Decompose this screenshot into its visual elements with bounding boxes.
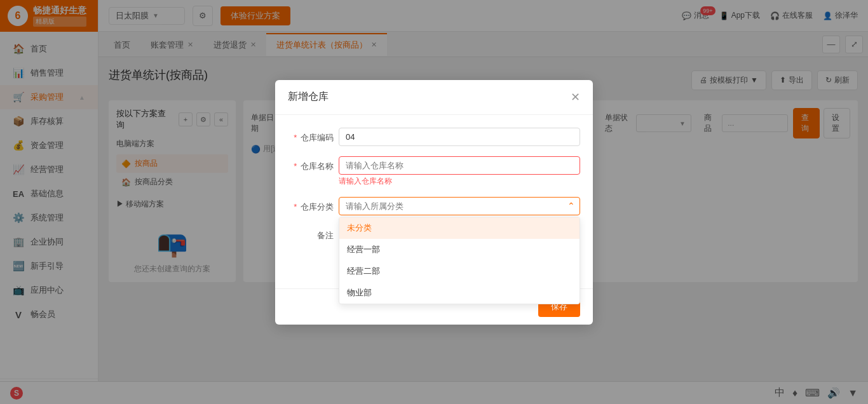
dropdown-item-dept3[interactable]: 物业部 xyxy=(339,282,580,304)
dropdown-item-dept2[interactable]: 经营二部 xyxy=(339,260,580,282)
name-input[interactable] xyxy=(339,156,580,175)
category-form-row: * 仓库分类 ⌃ 未分类 经营一部 经营二部 物业部 xyxy=(288,197,580,215)
category-input[interactable] xyxy=(339,197,580,215)
category-label: * 仓库分类 xyxy=(288,197,339,213)
dropdown-item-dept1[interactable]: 经营一部 xyxy=(339,239,580,260)
category-dropdown-list: 未分类 经营一部 经营二部 物业部 xyxy=(339,217,580,304)
modal-title: 新增仓库 xyxy=(288,90,329,104)
code-label: * 仓库编码 xyxy=(288,128,339,144)
name-label: * 仓库名称 xyxy=(288,156,339,172)
modal-body: * 仓库编码 * 仓库名称 请输入仓库名称 xyxy=(275,115,593,288)
new-warehouse-modal: 新增仓库 ✕ * 仓库编码 * 仓库名称 xyxy=(275,80,593,325)
code-form-row: * 仓库编码 xyxy=(288,128,580,146)
category-control: ⌃ 未分类 经营一部 经营二部 物业部 xyxy=(339,197,580,215)
modal-overlay: 新增仓库 ✕ * 仓库编码 * 仓库名称 xyxy=(0,0,868,404)
dropdown-item-unclassified[interactable]: 未分类 xyxy=(339,217,580,239)
category-dropdown-arrow[interactable]: ⌃ xyxy=(567,201,575,211)
code-control xyxy=(339,128,580,146)
name-error-msg: 请输入仓库名称 xyxy=(339,176,580,187)
code-input[interactable] xyxy=(339,128,580,146)
notes-label: 备注 xyxy=(288,226,339,241)
name-form-row: * 仓库名称 请输入仓库名称 xyxy=(288,156,580,187)
modal-header: 新增仓库 ✕ xyxy=(275,80,593,115)
name-control: 请输入仓库名称 xyxy=(339,156,580,187)
modal-close-button[interactable]: ✕ xyxy=(571,90,580,104)
